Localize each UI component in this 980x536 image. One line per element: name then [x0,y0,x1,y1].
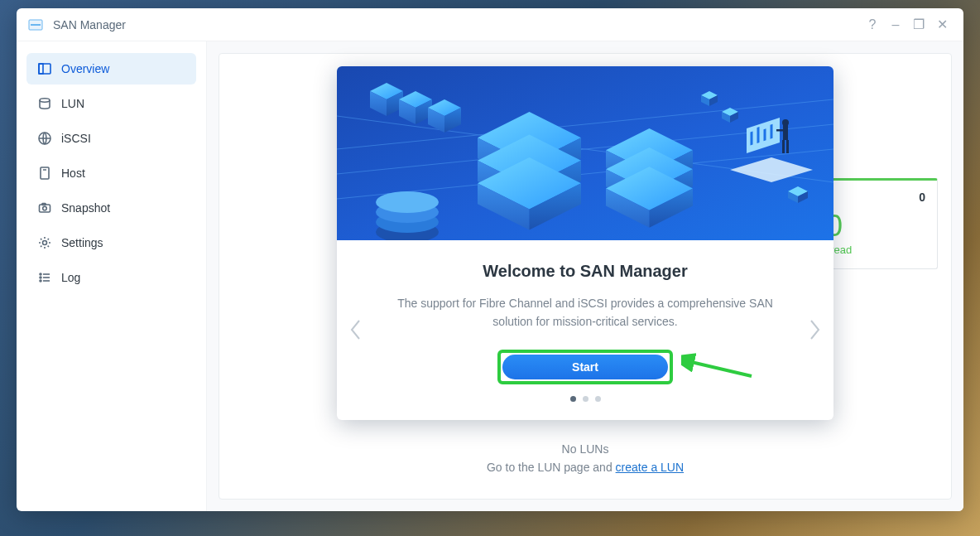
maximize-button[interactable]: ❐ [907,13,930,36]
sidebar-item-overview[interactable]: Overview [26,53,196,85]
overview-icon [36,60,53,77]
carousel-dot-1[interactable] [570,396,576,402]
sidebar-item-settings[interactable]: Settings [26,227,196,258]
svg-marker-59 [730,157,813,182]
sidebar-item-label: Host [61,167,85,180]
no-luns-message: No LUNs Go to the LUN page and create a … [219,442,951,474]
svg-rect-2 [39,64,50,74]
svg-point-34 [376,191,439,213]
svg-point-16 [40,280,41,282]
carousel-dots [378,396,792,402]
svg-rect-8 [40,205,50,212]
annotation-highlight-box: Start [497,350,673,384]
create-lun-link[interactable]: create a LUN [616,461,684,474]
svg-rect-69 [776,129,785,132]
sidebar-item-label: iSCSI [61,132,91,145]
svg-rect-1 [31,24,41,26]
iscsi-icon [36,130,53,147]
modal-hero-image [337,66,833,240]
event-card-count: 0 [919,191,925,204]
snapshot-icon [36,200,53,216]
sidebar-item-host[interactable]: Host [26,157,196,189]
titlebar: SAN Manager ? – ❐ ✕ [17,8,963,41]
app-window: SAN Manager ? – ❐ ✕ Overview LUN iSCSI H… [17,8,963,511]
svg-rect-6 [41,167,49,179]
svg-rect-3 [39,64,43,74]
sidebar-item-label: Snapshot [61,201,110,215]
sidebar-item-log[interactable]: Log [26,262,196,293]
sidebar-item-snapshot[interactable]: Snapshot [26,192,196,224]
modal-description: The support for Fibre Channel and iSCSI … [378,294,792,331]
sidebar-item-iscsi[interactable]: iSCSI [26,123,196,154]
settings-icon [36,234,53,251]
svg-point-12 [40,273,41,275]
sidebar-item-lun[interactable]: LUN [26,88,196,119]
sidebar-item-label: Log [61,271,80,284]
carousel-next-button[interactable] [800,309,829,350]
modal-title: Welcome to SAN Manager [378,262,792,281]
svg-point-11 [43,241,47,245]
carousel-dot-2[interactable] [583,396,588,402]
welcome-modal: Welcome to SAN Manager The support for F… [337,66,833,420]
carousel-prev-button[interactable] [342,309,370,350]
lun-icon [36,95,53,112]
svg-rect-68 [786,140,789,153]
sidebar-item-label: Overview [61,62,109,75]
host-icon [36,165,53,181]
sidebar-item-label: Settings [61,236,103,249]
svg-point-65 [782,119,789,126]
svg-point-14 [40,277,41,278]
log-icon [36,269,53,286]
annotation-arrow [681,351,756,384]
start-button[interactable]: Start [502,355,668,379]
svg-rect-67 [782,140,785,153]
app-icon [26,16,45,34]
svg-rect-66 [783,125,788,140]
help-button[interactable]: ? [861,13,884,36]
no-luns-line1: No LUNs [219,442,951,456]
svg-point-9 [43,206,47,210]
content-area: E Event 0 0 Unread No LUNs Go to the LUN… [207,41,963,511]
minimize-button[interactable]: – [884,13,907,36]
close-button[interactable]: ✕ [930,13,954,36]
svg-point-4 [40,99,50,102]
svg-line-73 [688,361,752,376]
sidebar: Overview LUN iSCSI Host Snapshot Setting… [17,41,207,511]
sidebar-item-label: LUN [61,97,84,110]
app-title: SAN Manager [53,18,861,31]
carousel-dot-3[interactable] [595,396,601,402]
no-luns-prefix: Go to the LUN page and [487,461,616,474]
